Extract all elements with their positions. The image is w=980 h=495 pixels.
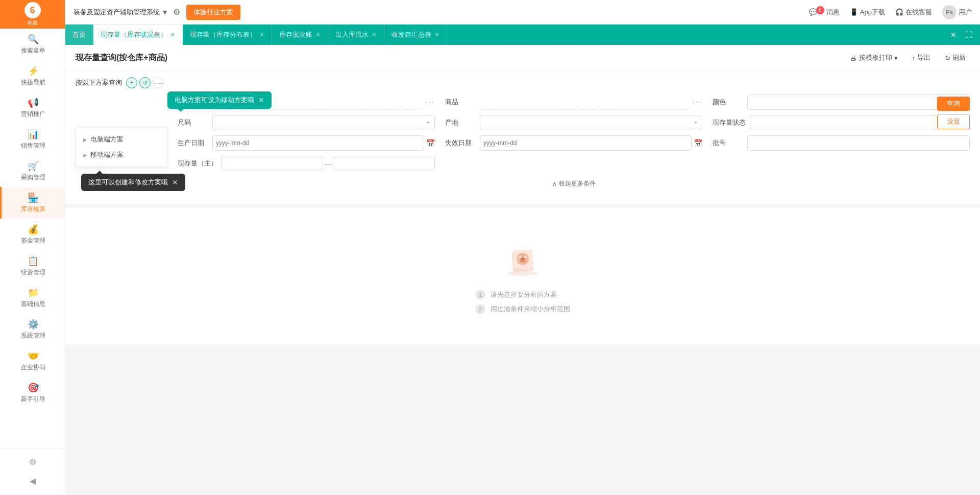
finance-nav-icon: 💰 [28,224,39,235]
prod-date-calendar-icon[interactable]: 📅 [426,139,435,147]
search-nav-icon: 🔍 [28,34,39,45]
filter-expire-date: 失效日期 📅 [445,135,702,151]
sidebar-item-basic[interactable]: 📁 基础信息 [0,282,65,314]
topbar: 装备及固定资产辅助管理系统 ▾ ⚙ 体验行业方案 💬 6 消息 📱 App下载 … [65,0,980,25]
sidebar: 6 标版 🔍 搜索菜单 ⚡ 快捷导航 📢 营销推广 📊 销售管理 🛒 采购管理 … [0,0,65,495]
sidebar-item-search[interactable]: 🔍 搜索菜单 [0,29,65,60]
sidebar-item-inventory[interactable]: 🏪 库存核算 [0,187,65,219]
system-dropdown-icon[interactable]: ▾ [163,7,167,17]
svg-point-4 [519,256,522,258]
expire-date-calendar-icon[interactable]: 📅 [694,139,702,147]
prod-date-wrap: 📅 [212,135,435,151]
export-btn[interactable]: ↑ 导出 [908,51,935,64]
tab-inout[interactable]: 出入库流水✕ [328,25,384,45]
add-scheme-btn[interactable]: + [126,77,137,88]
quantity-to-input[interactable] [334,156,435,171]
scheme-list: ▶ 电脑端方案 ▶ 移动端方案 这里可以创建和修改方案哦 ✕ [76,127,167,167]
user-label: 用户 [959,8,972,17]
tab-close-inout[interactable]: ✕ [372,31,377,38]
batch-label: 批号 [713,138,743,148]
online-support-btn[interactable]: 🎧 在线客服 [895,8,932,17]
system-nav-icon: ⚙️ [28,319,39,330]
tooltip1-close-btn[interactable]: ✕ [258,96,264,104]
industry-btn[interactable]: 体验行业方案 [186,5,240,20]
scheme-item-mobile[interactable]: ▶ 移动端方案 [76,147,167,162]
sidebar-item-system[interactable]: ⚙️ 系统管理 [0,314,65,345]
filter-row-3: 生产日期 📅 失效日期 📅 批号 [178,135,970,151]
expire-date-wrap: 📅 [480,135,702,151]
sidebar-item-operations[interactable]: 📋 经营管理 [0,250,65,282]
expire-date-input[interactable] [480,135,692,151]
message-label: 消息 [826,8,840,17]
inventory-nav-icon: 🏪 [28,192,39,203]
print-icon: 🖨 [850,54,857,62]
sidebar-item-purchase[interactable]: 🛒 采购管理 [0,155,65,187]
reset-btn[interactable]: 设置 [937,114,970,129]
tab-expand-btn[interactable]: ⛶ [962,28,976,42]
page-actions: 🖨 按模板打印 ▾ ↑ 导出 ↻ 刷新 [846,51,970,70]
settings-gear-icon[interactable]: ⚙ [173,7,180,17]
tab-home[interactable]: 首页 [65,25,93,45]
filter-quantity: 现存量（主） — [178,156,435,171]
filter-fields: 仓库 ··· 商品 ··· 颜色 [178,95,970,191]
tab-close-inventory-status[interactable]: ✕ [170,31,175,38]
sidebar-item-marketing[interactable]: 📢 营销推广 [0,92,65,124]
sidebar-item-enterprise[interactable]: 🤝 企业协同 [0,345,65,377]
quantity-from-input[interactable] [222,156,323,171]
quantity-separator: — [325,160,332,168]
tab-inventory-dist[interactable]: 现存量（库存分布表）✕ [183,25,272,45]
prod-date-input[interactable] [212,135,424,151]
sidebar-item-guide[interactable]: 🎯 新手引导 [0,377,65,409]
origin-select[interactable] [480,115,702,130]
scheme-item-desktop[interactable]: ▶ 电脑端方案 [76,132,167,147]
sidebar-item-sales[interactable]: 📊 销售管理 [0,124,65,155]
tab-label-collect: 收发存汇总表 [391,30,431,39]
filter-batch: 批号 [713,135,970,151]
tab-collect[interactable]: 收发存汇总表✕ [384,25,447,45]
refresh-scheme-btn[interactable]: ↺ [139,77,151,88]
tooltip2-close-btn[interactable]: ✕ [172,178,178,186]
basic-nav-icon: 📁 [28,287,39,298]
color-select[interactable] [747,95,970,110]
quantity-label: 现存量（主） [178,159,217,168]
svg-point-0 [508,271,537,276]
origin-label: 产地 [445,118,476,127]
sidebar-item-quicknav[interactable]: ⚡ 快捷导航 [0,60,65,92]
tab-batch[interactable]: 库存批次账✕ [272,25,328,45]
app-logo: 6 标版 [0,0,65,29]
tab-close-collect[interactable]: ✕ [434,31,439,38]
content-area: 现存量查询(按仓库+商品) 🖨 按模板打印 ▾ ↑ 导出 ↻ 刷新 [65,45,980,495]
sidebar-item-finance[interactable]: 💰 资金管理 [0,219,65,250]
user-area[interactable]: Ea 用户 [942,5,972,19]
marketing-nav-icon: 📢 [28,97,39,108]
size-select[interactable] [212,115,435,130]
guide-nav-icon: 🎯 [28,382,39,393]
color-label: 颜色 [713,98,743,107]
search-btn[interactable]: 查询 [937,97,970,111]
print-btn[interactable]: 🖨 按模板打印 ▾ [846,51,902,64]
filter-color: 颜色 [713,95,970,110]
tab-close-batch[interactable]: ✕ [315,31,321,38]
goods-dots[interactable]: ··· [693,98,702,107]
warehouse-dots[interactable]: ··· [425,98,435,107]
message-btn[interactable]: 💬 6 消息 [809,8,840,17]
logo-text: 标版 [28,19,38,27]
filter-origin: 产地 [445,115,702,130]
tab-inventory-status[interactable]: 现存量（库存状况表）✕ [93,25,183,45]
tab-close-all-btn[interactable]: ✕ [946,28,961,42]
batch-input[interactable] [747,135,970,151]
filter-row-4: 现存量（主） — [178,156,970,171]
sidebar-footer-collapse[interactable]: ◀ [0,472,65,491]
page-title: 现存量查询(按仓库+商品) [76,53,167,69]
settings-icon: ⚙ [29,457,36,467]
size-label: 尺码 [178,118,208,127]
collapse-icon: ◀ [30,476,36,486]
collapse-conditions-btn[interactable]: ∧ 收起更多条件 [178,176,970,191]
tab-close-inventory-dist[interactable]: ✕ [259,31,264,38]
tabs-bar: 首页现存量（库存状况表）✕现存量（库存分布表）✕库存批次账✕出入库流水✕收发存汇… [65,25,980,45]
refresh-btn[interactable]: ↻ 刷新 [941,51,970,64]
app-download-btn[interactable]: 📱 App下载 [850,8,885,17]
arrow-scheme-btn[interactable]: ←← [153,77,164,88]
goods-input[interactable] [480,95,689,110]
sidebar-footer-settings[interactable]: ⚙ [0,453,65,472]
